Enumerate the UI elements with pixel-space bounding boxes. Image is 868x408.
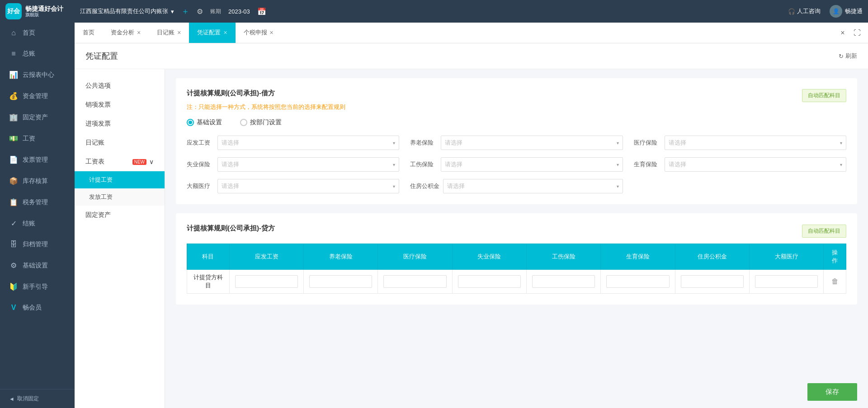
nav-payroll-pay[interactable]: 发放工资 <box>75 188 165 206</box>
avatar: 👤 <box>830 5 842 18</box>
settings-icon[interactable]: ⚙ <box>197 7 203 16</box>
select-maternity-arrow: ▾ <box>840 162 842 167</box>
input-credit-salary[interactable] <box>235 275 298 288</box>
nav-purchase-invoice[interactable]: 进项发票 <box>75 114 165 133</box>
calendar-icon[interactable]: 📅 <box>257 7 266 16</box>
input-credit-maternity[interactable] <box>606 275 669 288</box>
tab-journal[interactable]: 日记账 × <box>149 23 189 43</box>
right-content: 自动匹配科目 计提核算规则(公司承担)-借方 注：只能选择一种方式，系统将按照您… <box>165 69 868 408</box>
sidebar-item-vip[interactable]: V 畅会员 <box>0 297 75 318</box>
input-credit-large-medical[interactable] <box>755 275 818 288</box>
credit-table: 科目 应发工资 养老保险 医疗保险 失业保险 工伤保险 生育保险 住房公积金 大… <box>187 244 846 294</box>
table-row: 计提贷方科目 🗑 <box>187 270 846 294</box>
radio-group: 基础设置 按部门设置 <box>187 118 846 127</box>
nav-public[interactable]: 公共选项 <box>75 76 165 95</box>
tab-voucher-close[interactable]: × <box>223 29 227 36</box>
select-medical[interactable]: 请选择 ▾ <box>665 136 846 150</box>
debit-auto-match-button[interactable]: 自动匹配科目 <box>802 89 846 102</box>
settings-sidebar-icon: ⚙ <box>9 261 18 270</box>
delete-row-button[interactable]: 🗑 <box>831 277 839 285</box>
debit-section-title: 计提核算规则(公司承担)-借方 <box>187 89 846 98</box>
select-large-medical[interactable]: 请选择 ▾ <box>217 179 399 193</box>
sidebar-item-home[interactable]: ⌂ 首页 <box>0 23 75 43</box>
archive-icon: 🗄 <box>9 240 18 249</box>
radio-dept[interactable]: 按部门设置 <box>240 118 282 127</box>
sidebar-item-inventory[interactable]: 📦 库存核算 <box>0 170 75 192</box>
input-credit-housing[interactable] <box>681 275 744 288</box>
nav-payroll-table[interactable]: 工资表 NEW ∨ <box>75 152 165 171</box>
user-info[interactable]: 👤 畅捷通 <box>830 5 863 18</box>
col-subject: 科目 <box>187 244 230 270</box>
cell-large-medical <box>750 270 824 294</box>
field-large-medical: 大额医疗 请选择 ▾ <box>187 179 399 193</box>
input-credit-medical[interactable] <box>383 275 446 288</box>
salary-icon: 💵 <box>9 134 18 143</box>
sidebar-item-guide[interactable]: 🔰 新手引导 <box>0 276 75 297</box>
cell-action: 🗑 <box>824 270 846 294</box>
sidebar: ⌂ 首页 ≡ 总账 📊 云报表中心 💰 资金管理 🏢 固定资产 💵 工资 📄 发… <box>0 23 75 408</box>
radio-basic[interactable]: 基础设置 <box>187 118 222 127</box>
cancel-fixed-btn[interactable]: ◄ 取消固定 <box>0 389 75 408</box>
funds-icon: 💰 <box>9 92 18 100</box>
select-housing[interactable]: 请选择 ▾ <box>443 179 623 193</box>
radio-basic-circle <box>187 119 194 126</box>
input-credit-pension[interactable] <box>309 275 372 288</box>
top-right: 🎧 人工咨询 👤 畅捷通 <box>788 5 863 18</box>
field-injury: 工伤保险 请选择 ▾ <box>410 157 623 172</box>
select-salary[interactable]: 请选择 ▾ <box>217 136 399 150</box>
sidebar-item-assets[interactable]: 🏢 固定资产 <box>0 107 75 128</box>
sidebar-item-tax[interactable]: 📋 税务管理 <box>0 192 75 213</box>
sidebar-item-archive[interactable]: 🗄 归档管理 <box>0 234 75 255</box>
tab-tax-close[interactable]: × <box>270 29 274 36</box>
select-maternity[interactable]: 请选择 ▾ <box>665 157 846 172</box>
sidebar-item-salary[interactable]: 💵 工资 <box>0 128 75 149</box>
debit-form-grid: 应发工资 请选择 ▾ 养老保险 请选择 ▾ <box>187 136 846 193</box>
cell-housing <box>675 270 749 294</box>
sidebar-item-ledger[interactable]: ≡ 总账 <box>0 43 75 64</box>
invoice-icon: 📄 <box>9 155 18 164</box>
nav-sales-invoice[interactable]: 销项发票 <box>75 95 165 114</box>
input-credit-unemployment[interactable] <box>458 275 521 288</box>
tab-controls: × ⛶ <box>832 23 868 43</box>
select-injury[interactable]: 请选择 ▾ <box>441 157 623 172</box>
sidebar-item-closing[interactable]: ✓ 结账 <box>0 213 75 234</box>
nav-payroll-accrue[interactable]: 计提工资 <box>75 171 165 188</box>
tab-funds-analysis[interactable]: 资金分析 × <box>103 23 149 43</box>
col-large-medical: 大额医疗 <box>750 244 824 270</box>
select-unemployment-arrow: ▾ <box>393 162 395 167</box>
page-title: 凭证配置 <box>85 51 118 61</box>
content-area: 首页 资金分析 × 日记账 × 凭证配置 × 个税申报 × × ⛶ <box>75 23 868 408</box>
company-selector[interactable]: 江西服宝精品有限责任公司内账张 ▾ <box>80 7 174 15</box>
select-unemployment[interactable]: 请选择 ▾ <box>217 157 399 172</box>
field-salary: 应发工资 请选择 ▾ <box>187 136 399 150</box>
vip-icon: V <box>9 304 18 312</box>
select-pension[interactable]: 请选择 ▾ <box>441 136 623 150</box>
sidebar-item-funds[interactable]: 💰 资金管理 <box>0 85 75 107</box>
nav-journal[interactable]: 日记账 <box>75 133 165 152</box>
sidebar-item-reports[interactable]: 📊 云报表中心 <box>0 64 75 85</box>
add-account-btn[interactable]: ＋ <box>181 6 189 17</box>
tab-journal-close[interactable]: × <box>177 29 181 36</box>
tab-funds-close[interactable]: × <box>137 29 141 36</box>
debit-section-header: 自动匹配科目 计提核算规则(公司承担)-借方 注：只能选择一种方式，系统将按照您… <box>187 89 846 118</box>
credit-auto-match-button[interactable]: 自动匹配科目 <box>802 225 846 238</box>
sidebar-item-settings[interactable]: ⚙ 基础设置 <box>0 255 75 276</box>
tab-voucher-config[interactable]: 凭证配置 × <box>189 23 235 43</box>
left-nav: 公共选项 销项发票 进项发票 日记账 工资表 NEW ∨ 计提工资 发放工资 <box>75 69 165 408</box>
save-button[interactable]: 保存 <box>807 383 857 401</box>
tab-tax-report[interactable]: 个税申报 × <box>236 23 282 43</box>
expand-tabs-btn[interactable]: ⛶ <box>852 28 863 38</box>
field-housing: 住房公积金 请选择 ▾ <box>410 179 623 193</box>
col-housing: 住房公积金 <box>675 244 749 270</box>
support-button[interactable]: 🎧 人工咨询 <box>788 7 821 15</box>
input-credit-injury[interactable] <box>532 275 595 288</box>
nav-fixed-assets[interactable]: 固定资产 <box>75 206 165 225</box>
top-bar: 好会 畅捷通好会计 旗舰版 江西服宝精品有限责任公司内账张 ▾ ＋ ⚙ 账期 2… <box>0 0 868 23</box>
tab-home[interactable]: 首页 <box>75 23 103 43</box>
close-all-tabs-btn[interactable]: × <box>837 28 848 38</box>
app-logo: 好会 畅捷通好会计 旗舰版 <box>5 3 80 19</box>
logo-text: 畅捷通好会计 旗舰版 <box>25 5 63 18</box>
refresh-button[interactable]: ↻ 刷新 <box>839 52 857 60</box>
sidebar-item-invoice[interactable]: 📄 发票管理 <box>0 149 75 170</box>
dropdown-icon: ▾ <box>171 8 174 15</box>
